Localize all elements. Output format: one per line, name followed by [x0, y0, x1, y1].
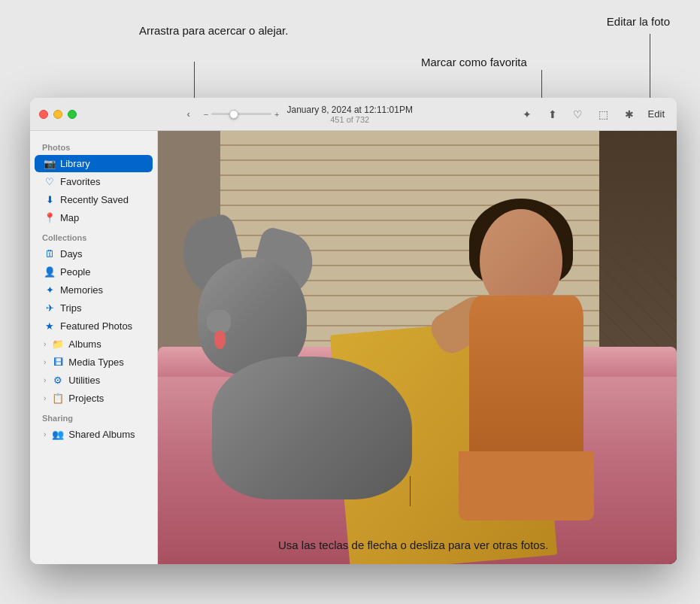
- sidebar-item-days[interactable]: 🗓 Days: [35, 245, 153, 263]
- zoom-minus-icon: −: [204, 110, 208, 119]
- adjust-button[interactable]: ✱: [620, 105, 639, 124]
- photo-girl: [428, 175, 635, 521]
- sidebar-item-media-types[interactable]: › 🎞 Media Types: [35, 354, 153, 371]
- sidebar-item-label: Map: [60, 212, 79, 223]
- sidebar-item-memories[interactable]: ✦ Memories: [35, 281, 153, 299]
- photos-section-label: Photos: [30, 137, 157, 154]
- library-icon: 📷: [44, 158, 56, 169]
- sidebar-item-label: Media Types: [68, 357, 123, 368]
- sidebar-item-people[interactable]: 👤 People: [35, 263, 153, 281]
- sidebar-item-label: Memories: [60, 284, 103, 296]
- favorite-button[interactable]: ♡: [568, 105, 588, 124]
- photo-dog: [184, 239, 470, 499]
- people-icon: 👤: [44, 266, 56, 278]
- sidebar-item-label: Featured Photos: [60, 320, 132, 332]
- dog-body: [212, 357, 412, 499]
- favorites-icon: ♡: [44, 176, 56, 187]
- collections-section-label: Collections: [30, 227, 157, 244]
- titlebar-actions: ✦ ⬆ ♡ ⬚ ✱ Edit: [517, 105, 668, 124]
- sidebar-item-label: Favorites: [60, 176, 100, 187]
- share-button[interactable]: ⬆: [543, 105, 562, 124]
- recently-saved-icon: ⬇: [44, 194, 56, 205]
- sidebar-item-label: Utilities: [68, 375, 100, 386]
- edit-photo-line: [650, 34, 650, 98]
- photo-area[interactable]: [158, 131, 677, 564]
- sidebar: Photos 📷 Library ♡ Favorites ⬇ Recently …: [30, 131, 158, 564]
- sidebar-item-library[interactable]: 📷 Library: [35, 155, 153, 172]
- sidebar-item-label: Projects: [68, 393, 104, 404]
- albums-icon: 📁: [52, 338, 64, 350]
- smart-album-button[interactable]: ✦: [517, 105, 537, 124]
- sidebar-item-favorites[interactable]: ♡ Favorites: [35, 173, 153, 190]
- mark-favorite-line: [541, 70, 542, 98]
- maximize-button[interactable]: [68, 110, 77, 119]
- sidebar-item-featured-photos[interactable]: ★ Featured Photos: [35, 317, 153, 335]
- photo-date: January 8, 2024 at 12:11:01PM: [287, 105, 413, 115]
- heart-icon: ♡: [573, 108, 583, 120]
- sidebar-item-label: People: [60, 266, 90, 278]
- titlebar: ‹ − + January 8, 2024 at 12:11:01PM 451 …: [30, 98, 677, 131]
- sidebar-item-label: Days: [60, 248, 83, 260]
- sidebar-item-recently-saved[interactable]: ⬇ Recently Saved: [35, 191, 153, 208]
- zoom-control: − +: [204, 110, 280, 119]
- sidebar-item-label: Shared Albums: [68, 429, 135, 440]
- sidebar-item-albums[interactable]: › 📁 Albums: [35, 335, 153, 353]
- sidebar-item-shared-albums[interactable]: › 👥 Shared Albums: [35, 426, 153, 443]
- projects-icon: 📋: [52, 393, 64, 404]
- sharing-section-label: Sharing: [30, 408, 157, 425]
- zoom-thumb: [229, 110, 238, 119]
- chevron-left-icon: ‹: [186, 108, 189, 120]
- drag-zoom-line: [194, 62, 195, 98]
- photo-count: 451 of 732: [287, 115, 413, 124]
- sidebar-item-utilities[interactable]: › ⚙ Utilities: [35, 372, 153, 389]
- memories-icon: ✦: [44, 284, 56, 296]
- map-icon: 📍: [44, 212, 56, 223]
- sidebar-item-label: Library: [60, 158, 90, 169]
- chevron-right-icon: ›: [44, 376, 46, 384]
- sidebar-item-trips[interactable]: ✈ Trips: [35, 299, 153, 317]
- sidebar-item-map[interactable]: 📍 Map: [35, 209, 153, 226]
- main-content: Photos 📷 Library ♡ Favorites ⬇ Recently …: [30, 131, 677, 564]
- zoom-plus-icon: +: [274, 110, 279, 119]
- edit-photo-annotation: Editar la foto: [607, 14, 670, 29]
- sidebar-item-label: Albums: [68, 338, 101, 350]
- photo-info: January 8, 2024 at 12:11:01PM 451 of 732: [287, 105, 413, 124]
- app-window: ‹ − + January 8, 2024 at 12:11:01PM 451 …: [30, 98, 677, 564]
- traffic-lights: [39, 110, 77, 119]
- days-icon: 🗓: [44, 248, 56, 260]
- magic-wand-icon: ✦: [523, 108, 532, 120]
- media-types-icon: 🎞: [52, 357, 64, 368]
- photo-scene: [158, 131, 677, 564]
- drag-zoom-annotation: Arrastra para acercar o alejar.: [139, 23, 288, 38]
- zoom-slider[interactable]: [211, 113, 271, 115]
- utilities-icon: ⚙: [52, 375, 64, 386]
- chevron-right-icon: ›: [44, 394, 46, 402]
- shared-albums-icon: 👥: [52, 429, 64, 440]
- share-icon: ⬆: [548, 108, 557, 120]
- crop-button[interactable]: ⬚: [594, 105, 614, 124]
- dog-tongue: [214, 331, 225, 348]
- trips-icon: ✈: [44, 302, 56, 314]
- chevron-right-icon: ›: [44, 358, 46, 366]
- girl-legs: [459, 451, 593, 521]
- featured-icon: ★: [44, 320, 56, 332]
- chevron-right-icon: ›: [44, 430, 46, 439]
- titlebar-center: ‹ − + January 8, 2024 at 12:11:01PM 451 …: [77, 105, 517, 124]
- crop-icon: ⬚: [598, 108, 608, 120]
- edit-button[interactable]: Edit: [645, 108, 668, 120]
- minimize-button[interactable]: [53, 110, 62, 119]
- sidebar-item-label: Recently Saved: [60, 194, 129, 205]
- sidebar-item-projects[interactable]: › 📋 Projects: [35, 390, 153, 407]
- sidebar-item-label: Trips: [60, 302, 81, 314]
- nav-back-button[interactable]: ‹: [181, 107, 196, 122]
- adjust-icon: ✱: [625, 108, 634, 120]
- mark-favorite-annotation: Marcar como favorita: [421, 54, 527, 70]
- dog-snout: [207, 310, 231, 333]
- close-button[interactable]: [39, 110, 48, 119]
- chevron-right-icon: ›: [44, 340, 46, 348]
